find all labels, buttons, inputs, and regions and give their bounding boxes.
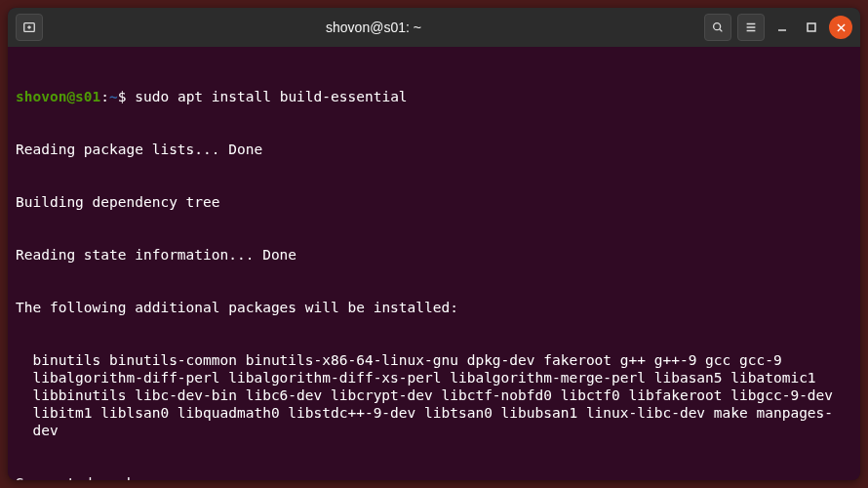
prompt-line: shovon@s01:~$ sudo apt install build-ess… <box>16 88 852 105</box>
output-line: Building dependency tree <box>16 193 852 211</box>
prompt-sep1: : <box>100 89 109 104</box>
terminal-content[interactable]: shovon@s01:~$ sudo apt install build-ess… <box>8 47 860 480</box>
prompt-user-host: shovon@s01 <box>16 89 100 104</box>
svg-rect-2 <box>808 23 815 31</box>
new-tab-button[interactable] <box>16 14 43 41</box>
close-button[interactable] <box>829 16 852 39</box>
maximize-button[interactable] <box>800 16 823 39</box>
output-line: Suggested packages: <box>16 474 852 480</box>
command-text: sudo apt install build-essential <box>135 89 407 104</box>
prompt-path: ~ <box>109 89 118 104</box>
terminal-window: shovon@s01: ~ shovon@s01 <box>8 8 860 480</box>
window-title: shovon@s01: ~ <box>49 20 698 35</box>
titlebar: shovon@s01: ~ <box>8 8 860 47</box>
search-button[interactable] <box>704 14 731 41</box>
package-list-additional: binutils binutils-common binutils-x86-64… <box>16 351 852 439</box>
output-line: Reading state information... Done <box>16 246 852 264</box>
output-line: The following additional packages will b… <box>16 299 852 316</box>
output-line: Reading package lists... Done <box>16 141 852 158</box>
prompt-sep2: $ <box>118 89 135 104</box>
minimize-button[interactable] <box>770 16 794 39</box>
svg-point-1 <box>714 23 721 30</box>
menu-button[interactable] <box>737 14 765 41</box>
